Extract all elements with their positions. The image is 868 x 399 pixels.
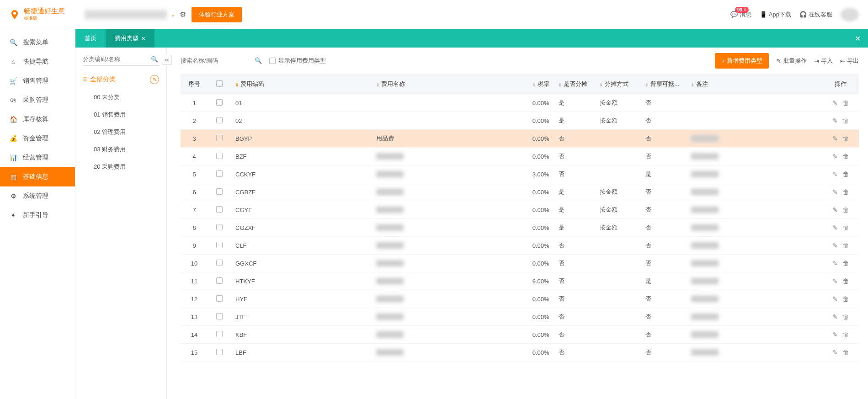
sidebar-item-search[interactable]: 🔍搜索菜单: [0, 33, 75, 52]
delete-row-icon[interactable]: 🗑: [842, 206, 849, 213]
delete-row-icon[interactable]: 🗑: [842, 188, 849, 196]
cta-button[interactable]: 体验行业方案: [192, 7, 242, 22]
delete-row-icon[interactable]: 🗑: [842, 349, 849, 356]
edit-row-icon[interactable]: ✎: [832, 313, 838, 320]
edit-row-icon[interactable]: ✎: [832, 224, 838, 231]
delete-row-icon[interactable]: 🗑: [842, 224, 849, 231]
delete-row-icon[interactable]: 🗑: [842, 277, 849, 285]
category-item[interactable]: 00 未分类: [75, 89, 166, 106]
collapse-panel-icon[interactable]: ≪: [162, 55, 172, 65]
sidebar-item-gear[interactable]: ⚙系统管理: [0, 186, 75, 206]
support-link[interactable]: 🎧 在线客服: [799, 11, 832, 19]
row-checkbox[interactable]: [208, 255, 231, 272]
table-row[interactable]: 8 CGZXF x 0.00% 是 按金额 否 x ✎ 🗑: [181, 219, 859, 237]
table-row[interactable]: 14 KBF x 0.00% 否 否 x ✎ 🗑: [181, 326, 859, 344]
delete-row-icon[interactable]: 🗑: [842, 153, 849, 160]
edit-category-icon[interactable]: ✎: [150, 75, 159, 84]
row-checkbox[interactable]: [208, 290, 231, 308]
sidebar-item-home[interactable]: ⌂快捷导航: [0, 52, 75, 71]
edit-row-icon[interactable]: ✎: [832, 135, 838, 142]
sidebar-item-money[interactable]: 💰资金管理: [0, 129, 75, 148]
row-checkbox[interactable]: [208, 130, 231, 148]
row-checkbox[interactable]: [208, 112, 231, 130]
sidebar-item-grid[interactable]: ▦基础信息: [0, 167, 75, 186]
edit-row-icon[interactable]: ✎: [832, 117, 838, 124]
col-code[interactable]: ▲▼费用编码: [231, 74, 372, 94]
table-row[interactable]: 2 02 0.00% 是 按金额 否 ✎ 🗑: [181, 112, 859, 130]
table-search-input[interactable]: [181, 54, 263, 67]
delete-row-icon[interactable]: 🗑: [842, 331, 849, 338]
batch-ops-button[interactable]: ✎ 批量操作: [776, 57, 807, 65]
table-row[interactable]: 15 LBF x 0.00% 否 否 x ✎ 🗑: [181, 344, 859, 362]
category-all[interactable]: ⠿ 全部分类 ✎: [75, 70, 166, 89]
delete-row-icon[interactable]: 🗑: [842, 99, 849, 106]
category-item[interactable]: 03 财务费用: [75, 141, 166, 158]
table-row[interactable]: 9 CLF x 0.00% 否 否 x ✎ 🗑: [181, 237, 859, 255]
row-checkbox[interactable]: [208, 94, 231, 112]
table-row[interactable]: 6 CGBZF x 0.00% 是 按金额 否 x ✎ 🗑: [181, 183, 859, 201]
col-rate[interactable]: ▲▼税率: [513, 74, 554, 94]
sidebar-item-cart[interactable]: 🛒销售管理: [0, 71, 75, 90]
search-icon[interactable]: 🔍: [151, 56, 158, 63]
table-row[interactable]: 11 HTKYF x 9.00% 否 是 x ✎ 🗑: [181, 272, 859, 290]
category-search-input[interactable]: [83, 53, 159, 66]
col-remark[interactable]: ▲▼备注: [687, 74, 822, 94]
table-row[interactable]: 5 CCKYF x 3.00% 否 是 x ✎ 🗑: [181, 165, 859, 183]
close-icon[interactable]: ✕: [141, 36, 145, 42]
category-item[interactable]: 01 销售费用: [75, 106, 166, 123]
edit-row-icon[interactable]: ✎: [832, 260, 838, 267]
table-row[interactable]: 12 HYF x 0.00% 否 否 x ✎ 🗑: [181, 290, 859, 308]
delete-row-icon[interactable]: 🗑: [842, 260, 849, 267]
col-index[interactable]: 序号: [181, 74, 208, 94]
sidebar-item-chart[interactable]: 📊经营管理: [0, 148, 75, 167]
table-row[interactable]: 13 JTF x 0.00% 否 否 x ✎ 🗑: [181, 308, 859, 326]
show-disabled-checkbox[interactable]: 显示停用费用类型: [269, 57, 326, 65]
table-row[interactable]: 3 BGYP 用品费 0.00% 否 否 x ✎ 🗑: [181, 130, 859, 148]
sidebar-item-warehouse[interactable]: 🏠库存核算: [0, 110, 75, 129]
edit-row-icon[interactable]: ✎: [832, 188, 838, 196]
edit-row-icon[interactable]: ✎: [832, 331, 838, 338]
col-name[interactable]: ▲▼费用名称: [372, 74, 512, 94]
row-checkbox[interactable]: [208, 237, 231, 255]
add-new-button[interactable]: + 新增费用类型: [715, 53, 769, 69]
row-checkbox[interactable]: [208, 272, 231, 290]
table-row[interactable]: 1 01 0.00% 是 按金额 否 ✎ 🗑: [181, 94, 859, 112]
messages-link[interactable]: 💬 消息 99 +: [730, 11, 751, 19]
category-item[interactable]: 20 采购费用: [75, 158, 166, 176]
edit-row-icon[interactable]: ✎: [832, 277, 838, 285]
tab-费用类型[interactable]: 费用类型✕: [106, 29, 154, 48]
edit-row-icon[interactable]: ✎: [832, 206, 838, 213]
edit-row-icon[interactable]: ✎: [832, 242, 838, 249]
row-checkbox[interactable]: [208, 148, 231, 165]
row-checkbox[interactable]: [208, 183, 231, 201]
delete-row-icon[interactable]: 🗑: [842, 117, 849, 124]
table-row[interactable]: 7 CGYF x 0.00% 是 按金额 否 x ✎ 🗑: [181, 201, 859, 219]
company-selector[interactable]: ⌄: [85, 10, 175, 19]
category-item[interactable]: 02 管理费用: [75, 123, 166, 141]
sidebar-item-star[interactable]: ✦新手引导: [0, 206, 75, 225]
edit-row-icon[interactable]: ✎: [832, 295, 838, 303]
delete-row-icon[interactable]: 🗑: [842, 242, 849, 249]
import-button[interactable]: ⇥ 导入: [814, 57, 833, 65]
row-checkbox[interactable]: [208, 201, 231, 219]
row-checkbox[interactable]: [208, 219, 231, 237]
delete-row-icon[interactable]: 🗑: [842, 135, 849, 142]
user-avatar[interactable]: [841, 8, 859, 21]
app-download-link[interactable]: 📱 App下载: [760, 11, 791, 19]
edit-row-icon[interactable]: ✎: [832, 349, 838, 356]
col-alloc[interactable]: ▲▼是否分摊: [554, 74, 595, 94]
delete-row-icon[interactable]: 🗑: [842, 170, 849, 178]
tab-首页[interactable]: 首页: [75, 29, 106, 48]
edit-row-icon[interactable]: ✎: [832, 99, 838, 106]
col-method[interactable]: ▲▼分摊方式: [595, 74, 641, 94]
close-all-tabs[interactable]: ✕: [847, 29, 868, 48]
row-checkbox[interactable]: [208, 326, 231, 344]
sidebar-item-bag[interactable]: 🛍采购管理: [0, 90, 75, 110]
col-select-all[interactable]: [208, 74, 231, 94]
delete-row-icon[interactable]: 🗑: [842, 295, 849, 303]
row-checkbox[interactable]: [208, 308, 231, 326]
row-checkbox[interactable]: [208, 165, 231, 183]
table-row[interactable]: 4 BZF x 0.00% 否 否 x ✎ 🗑: [181, 148, 859, 165]
export-button[interactable]: ⇤ 导出: [840, 57, 859, 65]
delete-row-icon[interactable]: 🗑: [842, 313, 849, 320]
